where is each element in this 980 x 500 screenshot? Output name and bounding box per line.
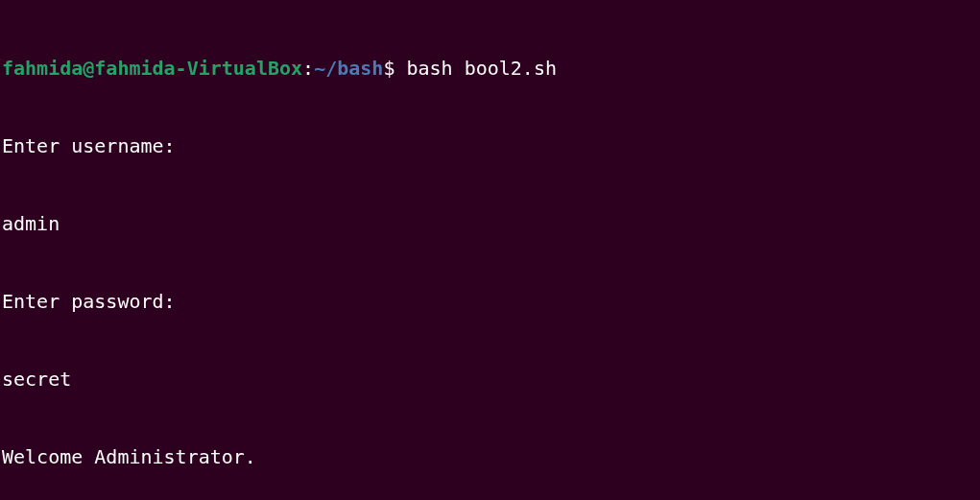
prompt-line: fahmida@fahmida-VirtualBox:~/bash$ bash … — [2, 56, 978, 82]
output-line: admin — [2, 211, 978, 237]
output-line: Enter username: — [2, 133, 978, 159]
user-host: fahmida@fahmida-VirtualBox — [2, 57, 302, 80]
command-text: bash bool2.sh — [394, 57, 557, 80]
output-line: secret — [2, 367, 978, 393]
output-line: Welcome Administrator. — [2, 444, 978, 470]
path: ~/bash — [314, 57, 383, 80]
dollar-sign: $ — [383, 57, 394, 80]
colon: : — [302, 57, 314, 80]
output-line: Enter password: — [2, 289, 978, 315]
terminal-window[interactable]: fahmida@fahmida-VirtualBox:~/bash$ bash … — [2, 4, 978, 500]
